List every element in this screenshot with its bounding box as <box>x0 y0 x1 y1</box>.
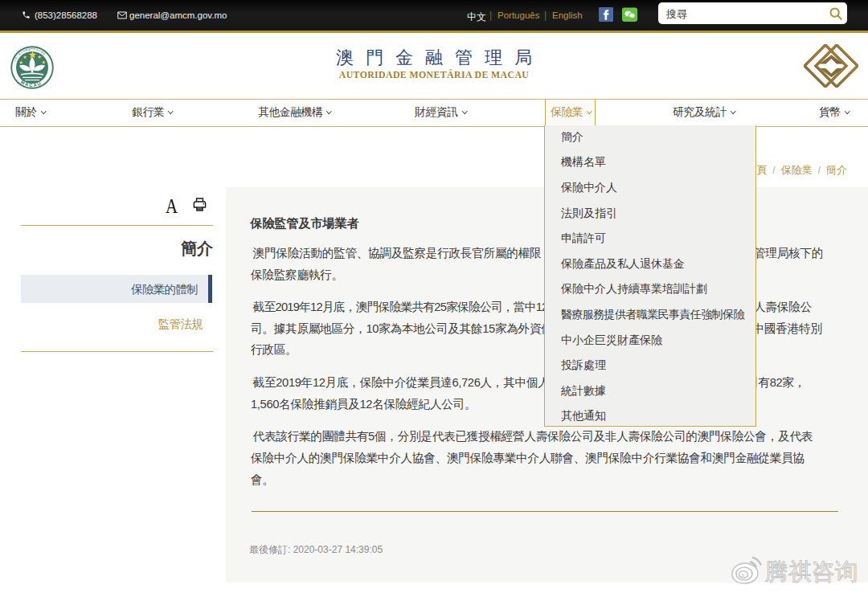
svg-text:a´: a´ <box>741 572 746 578</box>
